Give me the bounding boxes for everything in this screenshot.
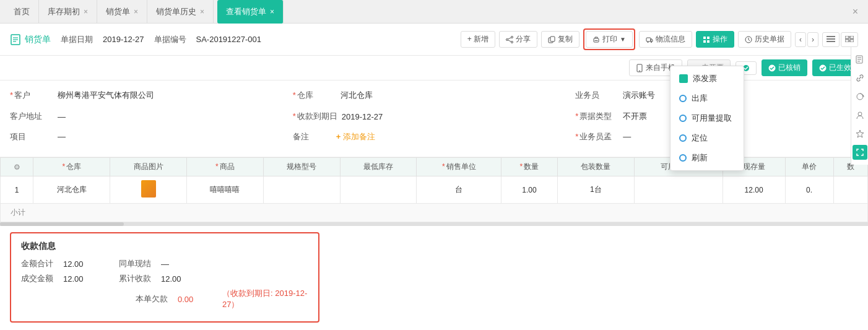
current-arrears-field: 本单欠款 0.00 （收款到期日: 2019-12-27） <box>136 288 308 310</box>
h-scrollbar[interactable] <box>0 222 868 226</box>
cell-min-stock <box>340 176 417 204</box>
payment-row-1: 金额合计 12.00 同单现结 — <box>21 258 308 269</box>
tab-sales-order[interactable]: 销货单 × <box>97 0 147 24</box>
dropdown-add-invoice[interactable]: 添发票 <box>671 69 744 89</box>
tab-close-history[interactable]: × <box>200 7 204 16</box>
cell-available <box>634 176 723 204</box>
list-view-button[interactable] <box>822 32 840 47</box>
svg-rect-26 <box>845 40 849 42</box>
dropdown-locate[interactable]: 定位 <box>671 128 744 148</box>
copy-button[interactable]: 复制 <box>541 31 579 48</box>
col-warehouse: 仓库 <box>33 158 110 176</box>
sold-button[interactable]: 已核销 <box>762 59 807 76</box>
locate-icon <box>679 134 687 142</box>
new-button[interactable]: + 新增 <box>461 31 495 48</box>
product-thumbnail <box>141 180 156 198</box>
view-toggle <box>822 32 858 47</box>
doc-title-area: 销货单 单据日期 2019-12-27 单据编号 SA-20191227-001 <box>10 34 461 45</box>
settings-icon[interactable]: ⚙ <box>14 163 20 172</box>
list-view-icon <box>827 36 835 42</box>
phone-icon <box>636 64 643 72</box>
note-field: 备注 添加备注 <box>293 131 576 142</box>
col-spec: 规格型号 <box>263 158 340 176</box>
col-product: 商品 <box>187 158 264 176</box>
svg-marker-40 <box>856 130 864 137</box>
cell-no: 1 <box>1 176 33 204</box>
print-icon <box>592 36 600 43</box>
col-price: 单价 <box>785 158 833 176</box>
payment-row-3: 本单欠款 0.00 （收款到期日: 2019-12-27） <box>21 288 308 310</box>
address-field: 客户地址 — <box>10 110 293 123</box>
side-rotate-icon[interactable] <box>853 89 867 104</box>
cell-extra <box>833 176 867 204</box>
tab-close-sales[interactable]: × <box>134 7 138 16</box>
doc-header: 销货单 单据日期 2019-12-27 单据编号 SA-20191227-001… <box>0 24 868 56</box>
next-button[interactable]: › <box>807 32 818 47</box>
effective-check-icon <box>819 64 827 72</box>
add-note-button[interactable]: 添加备注 <box>336 131 376 142</box>
operations-button[interactable]: 操作 <box>696 31 734 48</box>
side-expand-icon[interactable] <box>853 145 867 160</box>
cell-price: 0. <box>785 176 833 204</box>
operations-dropdown: 添发票 出库 可用量提取 定位 刷新 <box>670 66 744 171</box>
add-invoice-icon <box>679 74 688 83</box>
prev-button[interactable]: ‹ <box>795 32 806 47</box>
table-row: 1 河北仓库 嘻嘻嘻嘻 台 1.00 1台 12.00 0. <box>1 176 868 204</box>
outbound-icon <box>679 95 687 102</box>
tab-close-inventory[interactable]: × <box>84 7 88 16</box>
same-order-field: 同单现结 — <box>119 258 198 269</box>
payment-due-field: 收款到期日 2019-12-27 <box>293 110 576 123</box>
logistics-icon <box>646 36 653 43</box>
svg-point-4 <box>511 36 513 38</box>
print-button-wrapper: 打印 ▼ <box>583 28 635 50</box>
svg-line-7 <box>508 37 511 38</box>
share-button[interactable]: 分享 <box>499 31 537 48</box>
col-qty: 数量 <box>501 158 558 176</box>
side-star-icon[interactable] <box>853 126 867 141</box>
cell-stock: 12.00 <box>723 176 785 204</box>
tab-sales-history[interactable]: 销货单历史 × <box>147 0 214 24</box>
svg-rect-19 <box>707 40 710 43</box>
print-button[interactable]: 打印 ▼ <box>586 31 633 48</box>
main-content: 销货单 单据日期 2019-12-27 单据编号 SA-20191227-001… <box>0 24 868 330</box>
history-button[interactable]: 历史单据 <box>738 31 791 48</box>
cumulative-payment-field: 累计收款 12.00 <box>119 273 198 284</box>
payment-row-2: 成交金额 12.00 累计收款 12.00 <box>21 273 308 284</box>
grid-view-button[interactable] <box>841 32 858 47</box>
subtotal-row: 小计 <box>1 204 868 222</box>
tab-close-check[interactable]: × <box>270 7 274 16</box>
side-user-icon[interactable] <box>853 108 867 123</box>
svg-point-14 <box>648 41 649 43</box>
svg-rect-10 <box>550 37 555 41</box>
side-edit-icon[interactable] <box>853 52 867 67</box>
subtotal-label: 小计 <box>1 204 868 222</box>
cell-spec <box>263 176 340 204</box>
app-container: 首页 库存期初 × 销货单 × 销货单历史 × 查看销货单 × × <box>0 0 868 330</box>
tab-check-sales[interactable]: 查看销货单 × <box>217 0 284 24</box>
grid-view-icon <box>845 36 854 42</box>
h-scrollbar-thumb[interactable] <box>0 222 124 226</box>
window-close-button[interactable]: × <box>848 6 863 17</box>
side-link-icon[interactable] <box>853 71 867 85</box>
dropdown-available-qty[interactable]: 可用量提取 <box>671 108 744 128</box>
sold-check-icon <box>768 64 776 72</box>
svg-rect-17 <box>707 37 710 39</box>
svg-rect-25 <box>850 36 854 38</box>
nav-arrows: ‹ › <box>795 32 818 47</box>
tab-inventory-init[interactable]: 库存期初 × <box>39 0 97 24</box>
cell-warehouse: 河北仓库 <box>33 176 110 204</box>
customer-field: 客户 柳州粤港平安气体有限公司 <box>10 88 293 103</box>
cell-image <box>110 176 187 204</box>
tab-home[interactable]: 首页 <box>5 0 39 24</box>
svg-rect-12 <box>595 40 598 41</box>
warehouse-field: 仓库 河北仓库 <box>293 88 576 103</box>
dropdown-outbound[interactable]: 出库 <box>671 89 744 108</box>
transaction-amount-field: 成交金额 12.00 <box>21 273 100 284</box>
logistics-button[interactable]: 物流信息 <box>639 31 692 48</box>
svg-line-8 <box>508 40 511 41</box>
col-settings: ⚙ <box>1 158 33 176</box>
cell-sales-unit: 台 <box>417 176 501 204</box>
svg-rect-27 <box>850 40 854 42</box>
svg-point-6 <box>506 38 508 40</box>
dropdown-refresh[interactable]: 刷新 <box>671 148 744 168</box>
